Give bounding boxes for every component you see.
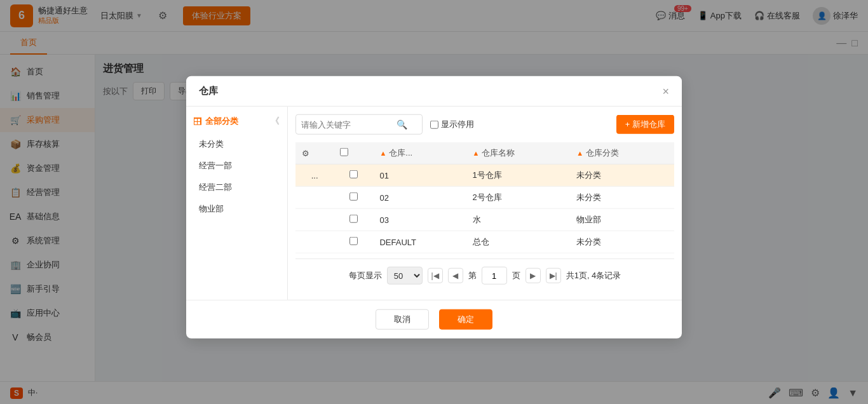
td-more-4 — [295, 231, 334, 253]
th-code[interactable]: ▲仓库... — [373, 142, 466, 165]
category-item-ops1[interactable]: 经营一部 — [186, 155, 287, 177]
warehouse-table: ⚙ ▲仓库... ▲仓库名称 ▲仓库分类 ... 01 1号仓库 — [295, 142, 674, 253]
td-name-1: 1号仓库 — [466, 164, 571, 186]
td-category-2: 未分类 — [570, 186, 674, 208]
page-last-button[interactable]: ▶| — [546, 268, 561, 283]
search-icon: 🔍 — [397, 119, 407, 130]
td-name-3: 水 — [466, 208, 571, 231]
category-list: 未分类 经营一部 经营二部 物业部 — [186, 131, 287, 222]
table-row[interactable]: DEFAULT 总仓 未分类 — [295, 231, 674, 253]
cancel-button[interactable]: 取消 — [376, 309, 429, 330]
pagination: 每页显示 50 100 200 |◀ ◀ 第 页 ▶ ▶| 共1页, 4条记录 — [295, 259, 674, 292]
page-end-label: 页 — [512, 270, 520, 281]
td-name-4: 总仓 — [466, 231, 571, 253]
search-bar: 🔍 显示停用 + 新增仓库 — [295, 114, 674, 135]
td-name-2: 2号仓库 — [466, 186, 571, 208]
table-row[interactable]: ... 01 1号仓库 未分类 — [295, 164, 674, 186]
show-disabled-checkbox[interactable] — [430, 120, 438, 128]
th-checkbox — [334, 142, 373, 165]
show-disabled-label[interactable]: 显示停用 — [430, 119, 474, 130]
right-panel: 🔍 显示停用 + 新增仓库 ⚙ ▲仓库... ▲仓库名称 — [288, 107, 682, 300]
category-header: 全部分类 《 — [186, 112, 287, 131]
table-row[interactable]: 03 水 物业部 — [295, 208, 674, 231]
select-all-checkbox[interactable] — [340, 148, 348, 156]
table-body: ... 01 1号仓库 未分类 02 2号仓库 未分类 — [295, 164, 674, 253]
confirm-button[interactable]: 确定 — [439, 309, 492, 330]
td-category-4: 未分类 — [570, 231, 674, 253]
category-item-property[interactable]: 物业部 — [186, 198, 287, 220]
page-next-button[interactable]: ▶ — [526, 268, 541, 283]
th-settings: ⚙ — [295, 142, 334, 165]
td-more-3 — [295, 208, 334, 231]
modal-body: 全部分类 《 未分类 经营一部 经营二部 物业部 🔍 显示停 — [186, 107, 682, 300]
all-categories-label: 全部分类 — [205, 116, 238, 127]
table-head: ⚙ ▲仓库... ▲仓库名称 ▲仓库分类 — [295, 142, 674, 165]
warehouse-modal: 仓库 × 全部分类 《 未分类 经营一部 经营二部 物业部 — [186, 76, 682, 339]
modal-header: 仓库 × — [186, 76, 682, 107]
table-wrap: ⚙ ▲仓库... ▲仓库名称 ▲仓库分类 ... 01 1号仓库 — [295, 142, 674, 253]
table-row[interactable]: 02 2号仓库 未分类 — [295, 186, 674, 208]
td-code-1: 01 — [373, 164, 466, 186]
per-page-label: 每页显示 — [349, 270, 382, 281]
category-item-unclassified[interactable]: 未分类 — [186, 133, 287, 155]
td-more: ... — [295, 164, 334, 186]
table-header-row: ⚙ ▲仓库... ▲仓库名称 ▲仓库分类 — [295, 142, 674, 165]
page-label: 第 — [468, 270, 477, 281]
th-name[interactable]: ▲仓库名称 — [466, 142, 571, 165]
td-code-4: DEFAULT — [373, 231, 466, 253]
page-number-input[interactable] — [482, 267, 507, 285]
td-checkbox-3[interactable] — [334, 208, 373, 231]
td-more-2 — [295, 186, 334, 208]
grid-icon — [194, 118, 201, 125]
category-item-ops2[interactable]: 经营二部 — [186, 177, 287, 198]
th-category[interactable]: ▲仓库分类 — [570, 142, 674, 165]
category-panel: 全部分类 《 未分类 经营一部 经营二部 物业部 — [186, 107, 288, 300]
modal-title: 仓库 — [199, 85, 218, 97]
td-checkbox-4[interactable] — [334, 231, 373, 253]
td-checkbox-1[interactable] — [334, 164, 373, 186]
total-info: 共1页, 4条记录 — [566, 270, 621, 281]
td-category-1: 未分类 — [570, 164, 674, 186]
page-first-button[interactable]: |◀ — [428, 268, 443, 283]
new-warehouse-button[interactable]: + 新增仓库 — [616, 115, 674, 134]
search-input[interactable] — [301, 119, 397, 129]
modal-footer: 取消 确定 — [186, 300, 682, 339]
page-prev-button[interactable]: ◀ — [448, 268, 463, 283]
per-page-select[interactable]: 50 100 200 — [387, 267, 423, 285]
all-categories-item[interactable]: 全部分类 — [194, 116, 238, 127]
td-checkbox-2[interactable] — [334, 186, 373, 208]
td-code-2: 02 — [373, 186, 466, 208]
collapse-icon[interactable]: 《 — [271, 116, 280, 127]
close-button[interactable]: × — [662, 85, 669, 97]
td-code-3: 03 — [373, 208, 466, 231]
td-category-3: 物业部 — [570, 208, 674, 231]
search-input-wrap: 🔍 — [295, 114, 423, 135]
